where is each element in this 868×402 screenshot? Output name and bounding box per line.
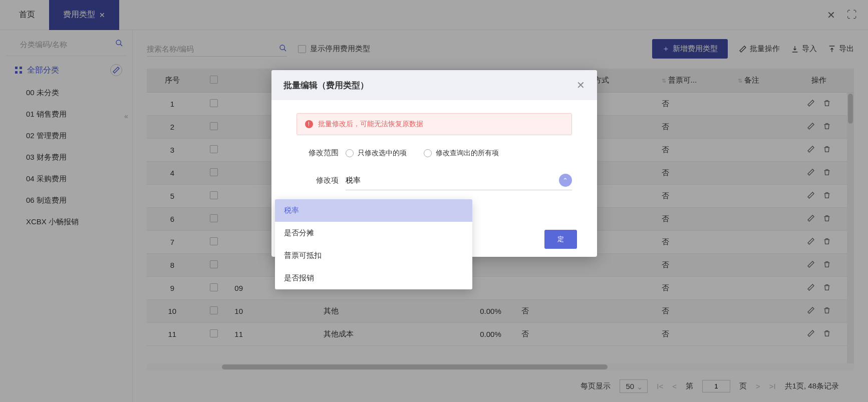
radio-icon: [424, 149, 432, 157]
modal-title: 批量编辑（费用类型）: [283, 80, 369, 91]
dropdown-option[interactable]: 税率: [275, 199, 472, 222]
field-label: 修改项: [297, 176, 339, 185]
scope-all-radio[interactable]: 修改查询出的所有项: [424, 149, 499, 158]
warning-icon: !: [305, 120, 313, 128]
dropdown-option[interactable]: 是否报销: [275, 267, 472, 289]
scope-selected-radio[interactable]: 只修改选中的项: [346, 149, 407, 158]
warning-alert: ! 批量修改后，可能无法恢复原数据: [297, 113, 572, 135]
scope-opt1-label: 只修改选中的项: [358, 149, 407, 158]
field-select-input[interactable]: [346, 176, 559, 185]
scope-label: 修改范围: [297, 148, 339, 158]
radio-icon: [346, 149, 354, 157]
chevron-up-icon: ⌃: [559, 174, 572, 187]
field-dropdown: 税率是否分摊普票可抵扣是否报销: [275, 199, 472, 289]
dropdown-option[interactable]: 是否分摊: [275, 222, 472, 244]
scope-opt2-label: 修改查询出的所有项: [436, 149, 499, 158]
field-select[interactable]: ⌃: [346, 171, 572, 190]
warning-text: 批量修改后，可能无法恢复原数据: [318, 120, 423, 129]
dropdown-option[interactable]: 普票可抵扣: [275, 244, 472, 267]
confirm-button[interactable]: 定: [544, 230, 577, 249]
modal-close-icon[interactable]: ✕: [576, 79, 585, 91]
